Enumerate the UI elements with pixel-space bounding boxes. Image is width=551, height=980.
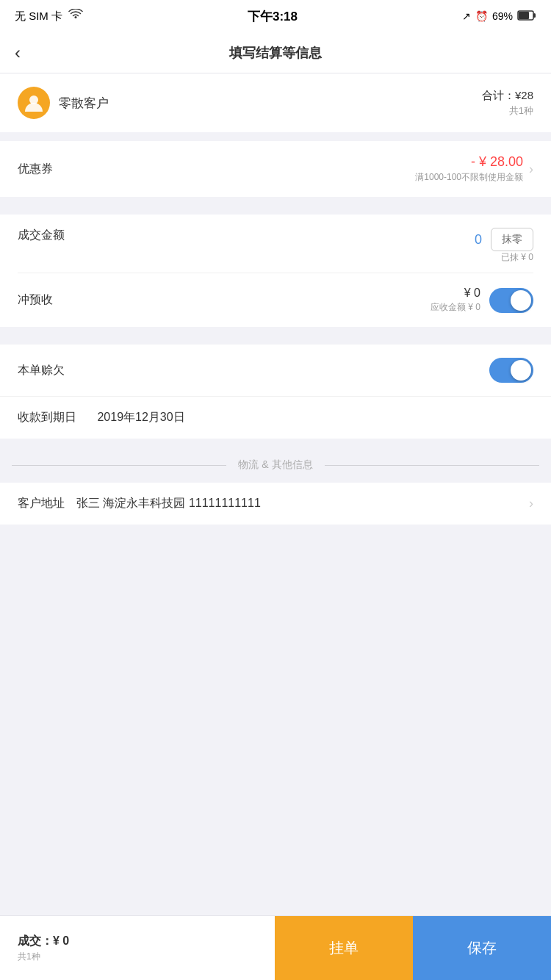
amount-label: 成交金额 — [18, 228, 65, 243]
prepay-right: ¥ 0 应收金额 ¥ 0 — [431, 287, 533, 314]
duedate-section: 收款到期日 2019年12月30日 — [0, 396, 551, 439]
already-rounded-text: 已抹 ¥ 0 — [475, 251, 533, 270]
address-label: 客户地址 — [18, 496, 65, 511]
debit-toggle[interactable] — [489, 358, 533, 383]
duedate-label: 收款到期日 — [18, 411, 76, 423]
customer-section: 零散客户 合计：¥28 共1种 — [0, 73, 551, 132]
amount-controls: 0 抹零 — [475, 228, 533, 251]
prepay-row: 冲预收 ¥ 0 应收金额 ¥ 0 — [18, 273, 533, 327]
coupon-content: - ¥ 28.00 满1000-100不限制使用金额 — [415, 154, 523, 184]
amount-row: 成交金额 0 抹零 已抹 ¥ 0 — [18, 215, 533, 273]
prepay-label: 冲预收 — [18, 292, 53, 308]
coupon-section[interactable]: 优惠券 - ¥ 28.00 满1000-100不限制使用金额 › — [0, 141, 551, 197]
address-section[interactable]: 客户地址 张三 海淀永丰科技园 11111111111 › — [0, 483, 551, 525]
svg-rect-2 — [519, 12, 529, 19]
location-icon: ↗ — [462, 10, 471, 22]
logistics-divider-right — [325, 465, 539, 466]
svg-rect-1 — [533, 13, 536, 18]
summary-label: 成交： — [18, 934, 53, 947]
prepay-amount-block: ¥ 0 应收金额 ¥ 0 — [431, 287, 480, 314]
logistics-divider-left — [12, 465, 226, 466]
debit-section: 本单赊欠 — [0, 345, 551, 396]
debit-label: 本单赊欠 — [18, 363, 65, 378]
no-sim-text: 无 SIM 卡 — [15, 10, 62, 24]
back-button[interactable]: ‹ — [15, 43, 21, 63]
customer-count: 共1种 — [482, 104, 533, 118]
amount-right: 0 抹零 已抹 ¥ 0 — [475, 228, 533, 270]
customer-total: 合计：¥28 — [482, 89, 533, 103]
bottom-summary: 成交：¥ 0 共1种 — [0, 934, 275, 963]
hang-button[interactable]: 挂单 — [275, 916, 413, 981]
summary-title: 成交：¥ 0 — [18, 934, 257, 949]
alarm-icon: ⏰ — [475, 10, 488, 22]
wifi-icon — [68, 9, 83, 24]
transaction-section: 成交金额 0 抹零 已抹 ¥ 0 冲预收 ¥ 0 应收金额 ¥ 0 — [0, 215, 551, 327]
bottom-bar: 成交：¥ 0 共1种 挂单 保存 — [0, 915, 551, 980]
duedate-value: 2019年12月30日 — [97, 411, 184, 423]
coupon-right: - ¥ 28.00 满1000-100不限制使用金额 › — [415, 154, 533, 184]
summary-count: 共1种 — [18, 951, 257, 963]
status-left: 无 SIM 卡 — [15, 9, 83, 24]
page-title: 填写结算等信息 — [229, 44, 322, 62]
separator-2 — [0, 327, 551, 336]
customer-left: 零散客户 — [18, 87, 109, 119]
customer-avatar — [18, 87, 50, 119]
summary-amount: ¥ 0 — [53, 934, 69, 947]
round-zero-button[interactable]: 抹零 — [491, 228, 533, 251]
battery-text: 69% — [492, 10, 513, 22]
save-button[interactable]: 保存 — [413, 916, 551, 981]
coupon-desc: 满1000-100不限制使用金额 — [415, 171, 523, 184]
nav-bar: ‹ 填写结算等信息 — [0, 32, 551, 73]
amount-value: 0 — [475, 232, 482, 248]
address-value: 张三 海淀永丰科技园 11111111111 — [76, 496, 523, 511]
prepay-receivable: 应收金额 ¥ 0 — [431, 301, 480, 314]
coupon-amount: - ¥ 28.00 — [415, 154, 523, 170]
separator-1 — [0, 206, 551, 215]
content: 零散客户 合计：¥28 共1种 优惠券 - ¥ 28.00 满1000-100不… — [0, 73, 551, 598]
customer-right: 合计：¥28 共1种 — [482, 89, 533, 118]
coupon-arrow-icon: › — [529, 162, 533, 177]
status-right: ↗ ⏰ 69% — [462, 10, 536, 23]
address-arrow-icon: › — [529, 496, 533, 511]
logistics-label: 物流 & 其他信息 — [238, 458, 312, 472]
status-bar: 无 SIM 卡 下午3:18 ↗ ⏰ 69% — [0, 0, 551, 32]
logistics-section: 物流 & 其他信息 — [0, 447, 551, 483]
battery-icon — [517, 10, 536, 23]
customer-name: 零散客户 — [59, 95, 109, 112]
status-time: 下午3:18 — [248, 8, 298, 25]
coupon-label: 优惠券 — [18, 162, 53, 177]
prepay-amount: ¥ 0 — [431, 287, 480, 300]
prepay-toggle[interactable] — [489, 288, 533, 313]
